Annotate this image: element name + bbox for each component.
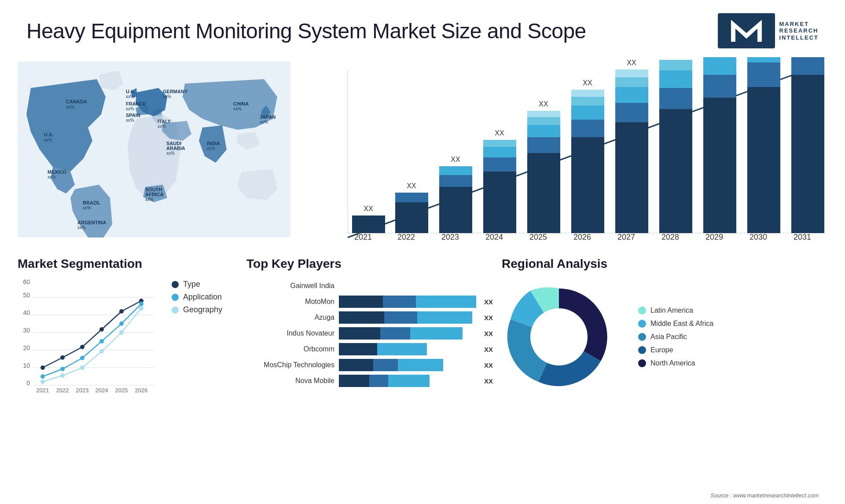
svg-rect-58 [527,125,560,137]
svg-rect-51 [483,157,516,172]
svg-text:FRANCE: FRANCE [126,101,146,106]
legend-dot-north-america [638,359,646,367]
segmentation-title: Market Segmentation [18,257,238,271]
player-orbcomm: Orbcomm XX [246,343,493,355]
svg-text:INDIA: INDIA [207,141,220,146]
player-name-motomon: MotoMon [246,298,334,306]
bar-seg3 [410,327,463,340]
legend-europe: Europe [638,346,713,354]
regional-section: Regional Analysis [502,257,739,394]
svg-point-121 [139,302,143,306]
bar-seg1 [339,343,377,355]
legend-dot-geography [172,307,179,314]
player-value-moschip: XX [484,362,493,369]
svg-rect-52 [483,147,516,157]
player-azuga: Azuga XX [246,311,493,324]
svg-rect-46 [439,175,472,187]
player-value-nova: XX [484,377,493,385]
bar-seg2 [384,311,417,324]
svg-text:2026: 2026 [573,233,591,241]
legend-application: Application [172,292,222,302]
svg-text:2021: 2021 [37,387,49,394]
world-map-section: CANADA xx% U.S. xx% MEXICO xx% BRAZIL xx… [18,57,308,248]
player-name-orbcomm: Orbcomm [246,345,334,353]
player-value-indus: XX [484,330,493,337]
svg-text:10: 10 [23,362,30,369]
svg-text:xx%: xx% [66,105,74,110]
legend-dot-europe [638,346,646,354]
svg-text:xx%: xx% [207,146,215,151]
svg-text:2029: 2029 [705,233,723,241]
svg-text:2022: 2022 [397,233,415,241]
svg-text:30: 30 [23,327,30,334]
player-bar-indus [339,327,476,340]
svg-text:2028: 2028 [661,233,679,241]
player-gainwell: Gainwell India [246,280,493,292]
svg-text:60: 60 [23,280,30,285]
svg-text:2021: 2021 [354,233,372,241]
world-map-svg: CANADA xx% U.S. xx% MEXICO xx% BRAZIL xx… [18,57,290,242]
player-value-orbcomm: XX [484,346,493,353]
regional-title: Regional Analysis [502,257,739,271]
svg-rect-80 [659,60,692,70]
player-motomon: MotoMon XX [246,296,493,308]
svg-text:40: 40 [23,309,30,316]
svg-text:XX: XX [583,79,592,87]
svg-text:2024: 2024 [96,387,108,394]
bar-chart-svg: 2021 XX 2022 XX 2023 XX 2024 XX [317,57,827,246]
svg-text:xx%: xx% [260,120,268,124]
logo-text: MARKET RESEARCH INTELLECT [779,21,819,41]
player-bar-moschip [339,359,476,371]
svg-text:ARABIA: ARABIA [166,146,185,151]
svg-rect-64 [571,120,604,137]
bar-chart-section: 2021 XX 2022 XX 2023 XX 2024 XX [317,57,827,248]
svg-rect-93 [791,75,824,233]
bar-seg2 [380,327,411,340]
svg-point-114 [119,309,124,314]
regional-content: Latin America Middle East & Africa Asia … [502,280,739,394]
svg-text:SPAIN: SPAIN [126,113,140,118]
bar-seg2 [383,296,416,308]
svg-rect-59 [527,117,560,125]
svg-text:2025: 2025 [115,387,128,394]
svg-rect-56 [527,153,560,233]
svg-rect-89 [747,62,780,87]
svg-text:U.S.: U.S. [44,132,53,137]
legend-dot-asia-pacific [638,333,646,341]
svg-rect-78 [659,88,692,109]
svg-point-120 [119,321,124,326]
svg-text:2027: 2027 [617,233,635,241]
logo-container: MARKET RESEARCH INTELLECT [718,13,819,48]
legend-dot-application [172,294,179,301]
svg-text:2030: 2030 [749,233,767,241]
legend-asia-pacific: Asia Pacific [638,333,713,341]
svg-text:CANADA: CANADA [66,99,87,104]
svg-text:MEXICO: MEXICO [48,169,67,175]
bar-seg2 [373,359,398,371]
svg-text:xx%: xx% [83,205,91,210]
svg-rect-90 [747,57,780,62]
svg-rect-74 [615,69,648,77]
svg-text:U.K.: U.K. [126,89,136,94]
svg-text:XX: XX [671,57,680,58]
player-name-moschip: MosChip Technologies [246,361,334,369]
svg-rect-65 [571,106,604,120]
bar-seg3 [398,359,443,371]
player-bar-nova [339,375,476,387]
svg-text:XX: XX [407,182,416,190]
logo-box [718,13,775,48]
svg-point-112 [80,345,84,349]
player-bar-orbcomm [339,343,476,355]
svg-point-124 [80,365,84,370]
svg-rect-71 [615,103,648,122]
svg-point-125 [99,349,104,354]
svg-point-111 [60,355,65,360]
svg-rect-85 [703,57,736,75]
player-bar-motomon [339,296,476,308]
svg-text:xx%: xx% [126,94,134,99]
legend-dot-type [172,281,179,288]
player-name-indus: Indus Novateur [246,329,334,337]
bar-seg1 [339,311,384,324]
svg-text:2023: 2023 [76,387,89,394]
svg-text:XX: XX [495,129,504,137]
